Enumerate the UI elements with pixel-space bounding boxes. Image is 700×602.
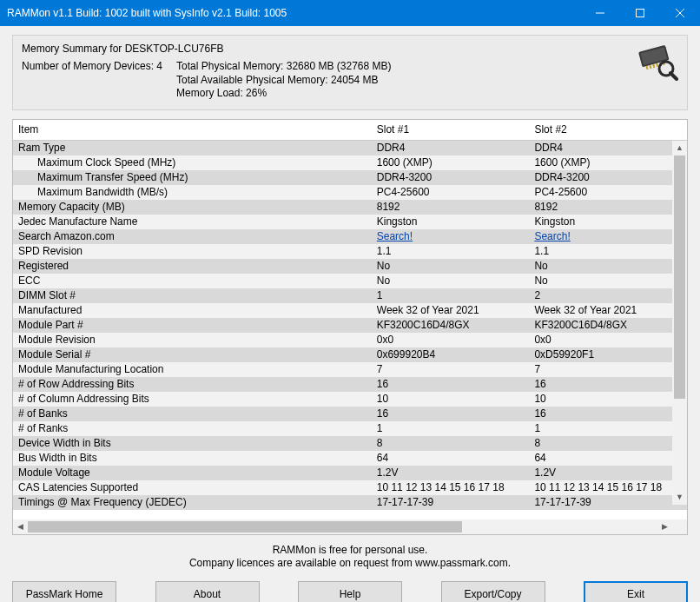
- table-row[interactable]: Search Amazon.comSearch!Search!: [13, 229, 687, 244]
- memory-details-table: Item Slot #1 Slot #2 Ram TypeDDR4DDR4Max…: [13, 120, 687, 511]
- row-value: 16: [529, 407, 687, 421]
- svg-rect-1: [637, 10, 644, 17]
- row-label: Module Revision: [13, 333, 372, 347]
- table-row[interactable]: # of Banks1616: [13, 407, 687, 421]
- search-link[interactable]: Search!: [534, 230, 570, 242]
- button-row: PassMark Home About Help Export/Copy Exi…: [12, 581, 688, 602]
- maximize-button[interactable]: [620, 0, 660, 26]
- row-value: KF3200C16D4/8GX: [372, 318, 530, 333]
- row-value: DDR4-3200: [372, 170, 530, 185]
- summary-heading: Memory Summary for DESKTOP-LCU76FB: [22, 43, 678, 55]
- table-row[interactable]: # of Row Addressing Bits1616: [13, 377, 687, 392]
- passmark-home-button[interactable]: PassMark Home: [12, 581, 116, 602]
- table-row[interactable]: ECCNoNo: [13, 274, 687, 288]
- help-button[interactable]: Help: [298, 581, 402, 602]
- table-row[interactable]: CAS Latencies Supported10 11 12 13 14 15…: [13, 480, 687, 495]
- table-row[interactable]: Module Voltage1.2V1.2V: [13, 466, 687, 480]
- row-label: Maximum Transfer Speed (MHz): [13, 170, 372, 185]
- row-value: 1.2V: [529, 466, 687, 480]
- minimize-button[interactable]: [580, 0, 620, 26]
- row-value: 7: [372, 362, 530, 377]
- row-value: Kingston: [529, 215, 687, 229]
- header-slot-1[interactable]: Slot #1: [372, 120, 530, 141]
- row-value: 1600 (XMP): [372, 155, 530, 170]
- header-item[interactable]: Item: [13, 120, 372, 141]
- row-value: 7: [529, 362, 687, 377]
- row-value: 1: [372, 288, 530, 303]
- exit-button[interactable]: Exit: [584, 581, 688, 602]
- row-value: 10: [529, 392, 687, 407]
- row-value: 0xD59920F1: [529, 347, 687, 362]
- search-link[interactable]: Search!: [377, 230, 413, 242]
- table-row[interactable]: # of Ranks11: [13, 421, 687, 436]
- table-row[interactable]: Memory Capacity (MB)81928192: [13, 200, 687, 215]
- row-label: Registered: [13, 259, 372, 274]
- row-value: DDR4-3200: [529, 170, 687, 185]
- row-value: 17-17-17-39: [372, 495, 530, 510]
- horizontal-scrollbar[interactable]: ◀ ▶: [13, 519, 687, 534]
- row-value: DDR4: [372, 141, 530, 156]
- row-label: Manufactured: [13, 303, 372, 318]
- row-value: 64: [372, 451, 530, 466]
- table-row[interactable]: # of Column Addressing Bits1010: [13, 392, 687, 407]
- row-label: # of Banks: [13, 407, 372, 421]
- row-value: 17-17-17-39: [529, 495, 687, 510]
- row-label: # of Ranks: [13, 421, 372, 436]
- row-value: Week 32 of Year 2021: [529, 303, 687, 318]
- scroll-right-arrow-icon[interactable]: ▶: [657, 519, 672, 534]
- row-value: No: [372, 259, 530, 274]
- table-row[interactable]: Device Width in Bits88: [13, 436, 687, 451]
- table-row[interactable]: RegisteredNoNo: [13, 259, 687, 274]
- window-title: RAMMon v1.1 Build: 1002 built with SysIn…: [7, 7, 580, 19]
- title-bar: RAMMon v1.1 Build: 1002 built with SysIn…: [0, 0, 700, 26]
- row-label: # of Row Addressing Bits: [13, 377, 372, 392]
- summary-memory-stats: Total Physical Memory: 32680 MB (32768 M…: [176, 60, 391, 101]
- row-value: 1.2V: [372, 466, 530, 480]
- table-row[interactable]: Module Revision0x00x0: [13, 333, 687, 347]
- footer-line-1: RAMMon is free for personal use.: [12, 544, 688, 558]
- table-row[interactable]: DIMM Slot #12: [13, 288, 687, 303]
- row-value: 1.1: [529, 244, 687, 259]
- client-area: Memory Summary for DESKTOP-LCU76FB Numbe…: [0, 26, 700, 602]
- vertical-scrollbar[interactable]: ▲ ▼: [672, 141, 687, 505]
- table-row[interactable]: ManufacturedWeek 32 of Year 2021Week 32 …: [13, 303, 687, 318]
- table-row[interactable]: SPD Revision1.11.1: [13, 244, 687, 259]
- row-value: KF3200C16D4/8GX: [529, 318, 687, 333]
- close-icon: [676, 9, 684, 17]
- passmark-link-text: www.passmark.com: [415, 557, 508, 569]
- row-value: Week 32 of Year 2021: [372, 303, 530, 318]
- table-row[interactable]: Bus Width in Bits6464: [13, 451, 687, 466]
- header-slot-2[interactable]: Slot #2: [529, 120, 687, 141]
- vertical-scroll-thumb[interactable]: [674, 155, 685, 399]
- total-available-memory: Total Available Physical Memory: 24054 M…: [176, 74, 391, 88]
- memory-details-panel: Item Slot #1 Slot #2 Ram TypeDDR4DDR4Max…: [12, 119, 688, 535]
- scroll-left-arrow-icon[interactable]: ◀: [13, 519, 28, 534]
- export-copy-button[interactable]: Export/Copy: [441, 581, 545, 602]
- table-row[interactable]: Module Serial #0x699920B40xD59920F1: [13, 347, 687, 362]
- row-label: SPD Revision: [13, 244, 372, 259]
- window-controls: [580, 0, 700, 26]
- about-button[interactable]: About: [155, 581, 260, 602]
- row-label: Jedec Manufacture Name: [13, 215, 372, 229]
- table-row[interactable]: Jedec Manufacture NameKingstonKingston: [13, 215, 687, 229]
- table-row[interactable]: Ram TypeDDR4DDR4: [13, 141, 687, 156]
- svg-rect-9: [656, 63, 658, 67]
- memory-load: Memory Load: 26%: [176, 87, 391, 101]
- table-row[interactable]: Timings @ Max Frequency (JEDEC)17-17-17-…: [13, 495, 687, 510]
- table-row[interactable]: Module Manufacturing Location77: [13, 362, 687, 377]
- devices-count: Number of Memory Devices: 4: [22, 60, 162, 101]
- svg-rect-8: [652, 64, 655, 68]
- table-row[interactable]: Module Part #KF3200C16D4/8GXKF3200C16D4/…: [13, 318, 687, 333]
- row-value: 1: [372, 421, 530, 436]
- table-row[interactable]: Maximum Clock Speed (MHz)1600 (XMP)1600 …: [13, 155, 687, 170]
- scroll-down-arrow-icon[interactable]: ▼: [672, 490, 687, 505]
- row-value: Search!: [372, 229, 530, 244]
- row-value: 0x0: [529, 333, 687, 347]
- maximize-icon: [636, 9, 644, 17]
- horizontal-scroll-thumb[interactable]: [28, 521, 462, 533]
- close-button[interactable]: [660, 0, 700, 26]
- table-row[interactable]: Maximum Transfer Speed (MHz)DDR4-3200DDR…: [13, 170, 687, 185]
- scroll-up-arrow-icon[interactable]: ▲: [672, 141, 687, 155]
- table-row[interactable]: Maximum Bandwidth (MB/s)PC4-25600PC4-256…: [13, 185, 687, 200]
- row-value: 8192: [372, 200, 530, 215]
